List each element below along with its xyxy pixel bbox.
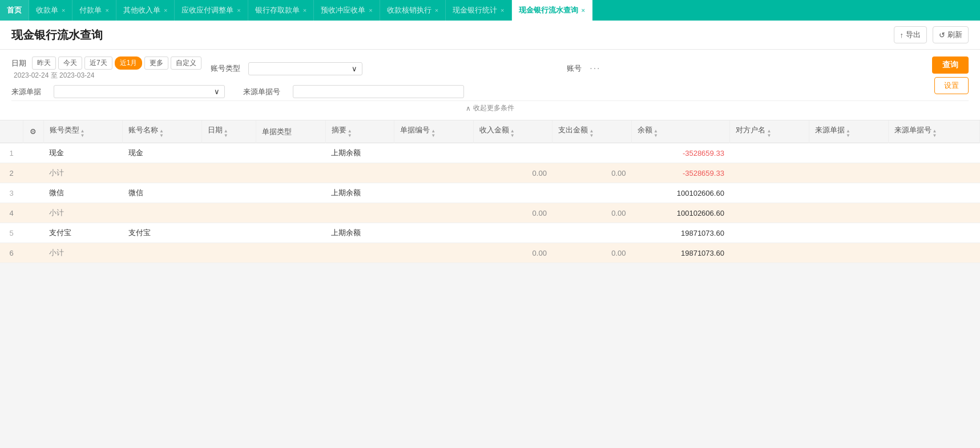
table-column-header[interactable]: 账号名称▲▼: [123, 120, 202, 143]
date-label: 日期: [11, 58, 26, 68]
col-label: 单据编号: [400, 126, 430, 134]
sort-arrows-icon: ▲▼: [431, 129, 435, 138]
acct-label: 账号: [567, 63, 582, 74]
sort-arrows-icon: ▲▼: [159, 129, 164, 138]
settings-button[interactable]: 设置: [934, 77, 969, 94]
filter-right: 查询 设置: [923, 56, 969, 94]
collapse-bar[interactable]: ∧ 收起更多条件: [11, 100, 969, 115]
close-icon[interactable]: ×: [369, 7, 372, 14]
table-row: 3微信微信上期余额100102606.60: [0, 183, 980, 203]
row-gear-cell: [23, 243, 43, 263]
nav-tab[interactable]: 付款单×: [72, 0, 116, 21]
cell-source_doc_no: [888, 243, 979, 263]
table-column-header[interactable]: 来源单据▲▼: [809, 120, 888, 143]
cell-source_doc_no: [888, 203, 979, 223]
table-column-header[interactable]: 对方户名▲▼: [730, 120, 809, 143]
close-icon[interactable]: ×: [501, 7, 504, 14]
nav-tab-label: 其他收入单: [123, 5, 160, 15]
close-icon[interactable]: ×: [435, 7, 438, 14]
acct-type-block: 账号类型 ∨: [211, 62, 558, 75]
cell-doc_no: [394, 243, 474, 263]
nav-tab[interactable]: 应收应付调整单×: [175, 0, 248, 21]
refresh-icon: ↺: [939, 31, 945, 39]
table-column-header: ⚙: [23, 120, 43, 143]
sort-arrows-icon: ▲▼: [767, 129, 771, 138]
nav-tab[interactable]: 现金银行流水查询×: [512, 0, 592, 21]
close-icon[interactable]: ×: [62, 7, 65, 14]
nav-tab-label: 现金银行流水查询: [519, 5, 578, 15]
collapse-arrow-icon: ∧: [466, 104, 471, 112]
cell-acct_name: [123, 243, 202, 263]
sort-arrows-icon: ▲▼: [933, 129, 937, 138]
cell-source_doc: [809, 223, 888, 243]
date-option-button[interactable]: 更多: [144, 56, 168, 70]
table-column-header[interactable]: 摘要▲▼: [325, 120, 394, 143]
table-column-header[interactable]: 支出金额▲▼: [552, 120, 632, 143]
cell-summary: [325, 163, 394, 183]
date-option-button[interactable]: 今天: [58, 56, 82, 70]
nav-tab[interactable]: 现金银行统计×: [446, 0, 511, 21]
cell-acct_type: 现金: [43, 143, 123, 163]
acct-type-select[interactable]: ∨: [248, 62, 362, 75]
nav-tab[interactable]: 收款单×: [29, 0, 72, 21]
cell-summary: [325, 203, 394, 223]
close-icon[interactable]: ×: [164, 7, 167, 14]
row-number: 2: [0, 163, 23, 183]
cell-doc_type: [256, 183, 325, 203]
row-number: 1: [0, 143, 23, 163]
table-column-header[interactable]: 日期▲▼: [201, 120, 256, 143]
cell-income: [473, 223, 552, 243]
cell-counterpart: [730, 243, 809, 263]
cell-acct_name: 支付宝: [123, 223, 202, 243]
nav-tab[interactable]: 银行存取款单×: [248, 0, 314, 21]
table-column-header[interactable]: 来源单据号▲▼: [888, 120, 979, 143]
close-icon[interactable]: ×: [303, 7, 306, 14]
cell-source_doc: [809, 203, 888, 223]
cell-expense: [552, 223, 632, 243]
date-option-button[interactable]: 近1月: [115, 56, 143, 70]
date-option-button[interactable]: 自定义: [171, 56, 201, 70]
row-number: 3: [0, 183, 23, 203]
sort-arrows-icon: ▲▼: [80, 129, 85, 138]
acct-more-dots[interactable]: ···: [590, 63, 600, 74]
table-column-header: 单据类型: [256, 120, 325, 143]
table-column-header[interactable]: 余额▲▼: [631, 120, 729, 143]
nav-tab[interactable]: 首页: [0, 0, 29, 21]
date-option-button[interactable]: 昨天: [32, 56, 56, 70]
close-icon[interactable]: ×: [582, 7, 585, 14]
table-header: ⚙账号类型▲▼账号名称▲▼日期▲▼单据类型摘要▲▼单据编号▲▼收入金额▲▼支出金…: [0, 120, 980, 143]
source-doc-no-input[interactable]: [293, 85, 464, 98]
filter-row-1: 日期 昨天今天近7天近1月更多自定义 2023-02-24 至 2023-03-…: [11, 56, 914, 80]
cell-source_doc: [809, 243, 888, 263]
close-icon[interactable]: ×: [105, 7, 108, 14]
cell-source_doc: [809, 163, 888, 183]
sort-arrows-icon: ▲▼: [846, 129, 850, 138]
query-button[interactable]: 查询: [932, 56, 969, 74]
cell-source_doc_no: [888, 183, 979, 203]
nav-tab[interactable]: 收款核销执行×: [380, 0, 446, 21]
nav-tab[interactable]: 其他收入单×: [116, 0, 175, 21]
row-gear-cell: [23, 143, 43, 163]
source-doc-select[interactable]: ∨: [54, 85, 225, 98]
refresh-button[interactable]: ↺ 刷新: [933, 26, 969, 43]
cell-counterpart: [730, 143, 809, 163]
cell-expense: [552, 143, 632, 163]
export-button[interactable]: ↑ 导出: [894, 26, 927, 43]
table-column-header[interactable]: 账号类型▲▼: [43, 120, 123, 143]
col-label: 单据类型: [262, 127, 292, 136]
table-column-header[interactable]: 收入金额▲▼: [473, 120, 552, 143]
cell-balance: -3528659.33: [631, 163, 729, 183]
sort-arrows-icon: ▲▼: [510, 129, 515, 138]
cell-acct_type: 小计: [43, 243, 123, 263]
cell-acct_name: [123, 163, 202, 183]
collapse-label: 收起更多条件: [473, 103, 514, 113]
table-header-row: ⚙账号类型▲▼账号名称▲▼日期▲▼单据类型摘要▲▼单据编号▲▼收入金额▲▼支出金…: [0, 120, 980, 143]
cell-doc_no: [394, 203, 474, 223]
table-column-header[interactable]: 单据编号▲▼: [394, 120, 474, 143]
close-icon[interactable]: ×: [237, 7, 240, 14]
row-number: 5: [0, 223, 23, 243]
top-navigation: 首页收款单×付款单×其他收入单×应收应付调整单×银行存取款单×预收冲应收单×收款…: [0, 0, 980, 21]
date-option-button[interactable]: 近7天: [84, 56, 112, 70]
nav-tab[interactable]: 预收冲应收单×: [314, 0, 380, 21]
nav-tab-label: 现金银行统计: [453, 5, 497, 15]
